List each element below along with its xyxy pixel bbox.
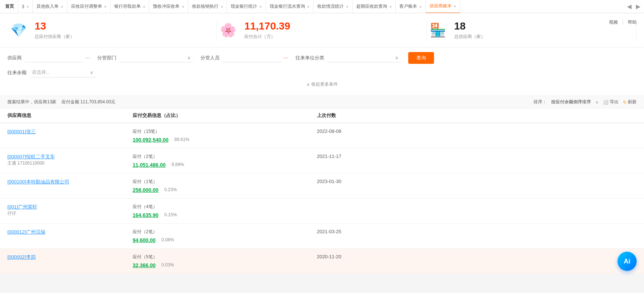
- table-row: [000012]广州贝瑞 应付（2笔） 94,600.00 0.08% 2021…: [0, 224, 644, 249]
- collapse-icon: ∧: [307, 82, 310, 87]
- supplier-link-3[interactable]: [001]广州荣轩: [7, 204, 133, 210]
- dept-select[interactable]: ∨: [119, 54, 193, 62]
- export-label: 导出: [610, 99, 619, 105]
- trans-percent-1: 9.89%: [172, 162, 184, 167]
- trans-row-2: 258,000.00 0.23%: [133, 186, 317, 193]
- trans-percent-5: 0.03%: [161, 262, 174, 268]
- nav-tab-collection-stat[interactable]: 收款情况统计 ×: [314, 0, 352, 13]
- stat-info-payable-suppliers: 13 总应付供应商（家）: [35, 21, 74, 40]
- category-select[interactable]: ∨: [327, 54, 401, 62]
- col-header-lastpay: 上次付数: [317, 112, 637, 119]
- nav-tab-prepay[interactable]: 预收冲应收单 ×: [149, 0, 188, 13]
- ai-button-label: Ai: [624, 258, 630, 265]
- supplier-link-4[interactable]: [000012]广州贝瑞: [7, 229, 133, 235]
- nav-tab-collection-stat-close[interactable]: ×: [346, 4, 348, 9]
- supplier-cell-3: [001]广州荣轩 仔仔: [7, 204, 133, 217]
- nav-next-arrow[interactable]: ▶: [634, 3, 643, 10]
- filter-area: 供应商 ··· 分管部门 ∨ 分管人员 ··· 往来单位分类 ∨ 查询: [0, 48, 644, 96]
- person-dots[interactable]: ···: [283, 55, 288, 61]
- nav-tab-collection-close[interactable]: ×: [221, 4, 223, 9]
- export-icon: ⬜: [603, 100, 609, 105]
- nav-tab-3[interactable]: 3 ×: [18, 0, 33, 13]
- stat-block-payable-total: 🌸 11,170.39 应付合计（万）: [217, 19, 427, 41]
- nav-tab-ar-ap-adjust-label: 应收应付调整单: [71, 3, 102, 10]
- nav-tab-bank-deposit[interactable]: 银行存取款单 ×: [111, 0, 149, 13]
- person-input[interactable]: [223, 54, 281, 62]
- nav-tab-cash-bank-stat-close[interactable]: ×: [259, 4, 262, 9]
- nav-tab-home[interactable]: 首页: [1, 0, 18, 13]
- nav-tab-ar-ap-adjust[interactable]: 应收应付调整单 ×: [67, 0, 111, 13]
- lastpay-cell-5: 2020-11-20: [317, 254, 637, 259]
- nav-tab-cash-bank-flow-close[interactable]: ×: [307, 4, 309, 9]
- nav-tab-other-income[interactable]: 其他收入单 ×: [33, 0, 67, 13]
- collapse-button[interactable]: ∧ 收起更多条件: [307, 81, 338, 87]
- nav-tab-bank-deposit-close[interactable]: ×: [143, 4, 145, 9]
- nav-tab-cash-bank-flow[interactable]: 现金银行流水查询 ×: [266, 0, 314, 13]
- lastpay-cell-4: 2021-03-25: [317, 229, 637, 234]
- filter-label-category: 往来单位分类: [295, 55, 324, 61]
- supplier-link-5[interactable]: [000002]李四: [7, 254, 133, 261]
- supplier-link-1[interactable]: [000007]恒旺二手叉车: [7, 154, 133, 160]
- nav-tab-ar-ap-adjust-close[interactable]: ×: [104, 4, 106, 9]
- trans-amount-4[interactable]: 94,600.00: [133, 237, 155, 243]
- sort-arrow: ∨: [595, 100, 599, 105]
- nav-tab-prepay-close[interactable]: ×: [182, 4, 184, 9]
- nav-tab-customer-book[interactable]: 客户账本 ×: [396, 0, 426, 13]
- trans-row-4: 94,600.00 0.08%: [133, 237, 317, 243]
- sort-value[interactable]: 按应付余额倒序排序: [551, 99, 591, 105]
- trans-amount-3[interactable]: 164,635.90: [133, 212, 158, 218]
- table-header: 供应商信息 应付交易信息（占比） 上次付数: [0, 108, 644, 123]
- trans-amount-2[interactable]: 258,000.00: [133, 187, 158, 193]
- export-btn[interactable]: ⬜ 导出: [603, 99, 619, 105]
- balance-select[interactable]: 请选择... ∨: [29, 68, 96, 77]
- stat-icon-flower: 🌸: [217, 19, 239, 41]
- last-pay-date-0: 2022-08-08: [317, 128, 342, 134]
- video-link[interactable]: 视频: [609, 19, 618, 25]
- balance-placeholder: 请选择...: [32, 69, 90, 76]
- table-row: [001]广州荣轩 仔仔 应付（4笔） 164,635.90 0.15%: [0, 199, 644, 224]
- help-link[interactable]: 帮助: [628, 19, 637, 25]
- stat-label-payable-suppliers: 总应付供应商（家）: [35, 34, 74, 40]
- last-pay-date-5: 2020-11-20: [317, 254, 342, 259]
- supplier-contact-1: 王通 17106110000: [7, 161, 45, 166]
- supplier-dots[interactable]: ···: [85, 55, 90, 61]
- nav-tab-overdue-ar-close[interactable]: ×: [389, 4, 392, 9]
- trans-percent-2: 0.23%: [164, 187, 177, 192]
- stat-icon-diamond: 💎: [7, 19, 29, 41]
- nav-tab-collection[interactable]: 收款核销执行 ×: [188, 0, 227, 13]
- refresh-icon: ↻: [623, 100, 627, 105]
- supplier-link-2[interactable]: [000100]本特勤油品有限公司: [7, 179, 133, 185]
- nav-tab-other-income-close[interactable]: ×: [61, 4, 63, 9]
- refresh-label: 刷新: [628, 99, 637, 105]
- collapse-label: 收起更多条件: [311, 81, 338, 87]
- refresh-btn[interactable]: ↻ 刷新: [623, 99, 637, 105]
- table-container: 供应商信息 应付交易信息（占比） 上次付数 [000001]张三 应付（15笔）…: [0, 108, 644, 274]
- query-button[interactable]: 查询: [408, 52, 434, 64]
- table-scroll-area[interactable]: [000001]张三 应付（15笔） 100,092,540.00 89.61%…: [0, 123, 644, 274]
- nav-tab-customer-book-close[interactable]: ×: [419, 4, 421, 9]
- nav-tab-list: 首页 3 × 其他收入单 × 应收应付调整单 × 银行存取款单 × 预收冲应收单…: [1, 0, 625, 13]
- stat-number-payable-total: 11,170.39: [244, 21, 290, 32]
- supplier-input[interactable]: [25, 54, 84, 62]
- nav-tab-3-close[interactable]: ×: [27, 4, 29, 9]
- transaction-cell-2: 应付（1笔） 258,000.00 0.23%: [133, 179, 317, 193]
- result-info: 搜索结果中，供应商13家 应付金额 111,703,854.00元: [7, 99, 115, 105]
- dept-arrow: ∨: [187, 55, 191, 61]
- nav-tab-supplier-book-close[interactable]: ×: [454, 4, 456, 8]
- filter-label-supplier: 供应商: [7, 55, 22, 61]
- trans-amount-0[interactable]: 100,092,540.00: [133, 137, 168, 143]
- nav-tab-supplier-book[interactable]: 供应商账本 ×: [426, 0, 460, 13]
- trans-amount-5[interactable]: 32,366.00: [133, 262, 155, 268]
- filter-item-balance: 往来余额 请选择... ∨: [7, 68, 96, 77]
- supplier-link-0[interactable]: [000001]张三: [7, 128, 133, 135]
- stat-icon-store: 🏪: [427, 19, 449, 41]
- nav-tab-overdue-ar[interactable]: 超期应收款查询 ×: [353, 0, 396, 13]
- nav-tab-prepay-label: 预收冲应收单: [153, 3, 179, 10]
- nav-tab-cash-bank-stat[interactable]: 现金银行统计 ×: [227, 0, 266, 13]
- nav-prev-arrow[interactable]: ◀: [625, 3, 634, 10]
- col-header-transaction: 应付交易信息（占比）: [133, 112, 317, 119]
- nav-tab-supplier-book-label: 供应商账本: [430, 3, 452, 9]
- stat-info-total-suppliers: 18 总供应商（家）: [454, 21, 485, 40]
- ai-button[interactable]: Ai: [617, 252, 637, 271]
- trans-amount-1[interactable]: 11,051,486.00: [133, 162, 166, 168]
